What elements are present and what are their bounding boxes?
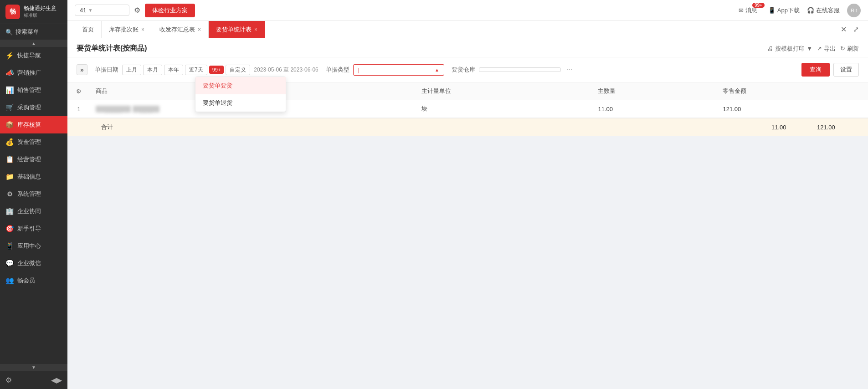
cell-index: 1 — [67, 100, 90, 118]
cell-unit: 块 — [416, 100, 592, 118]
sidebar-item-finance[interactable]: 💰 资金管理 — [0, 133, 67, 151]
type-dropdown: 要货单要货 要货单退货 — [195, 77, 286, 112]
tab-inventory-batch-close[interactable]: × — [141, 26, 144, 33]
main-content: 41 ▼ ⚙ 体验行业方案 ✉ 消息 99+ 📱 App下载 🎧 在线客服 Ri… — [67, 0, 868, 389]
print-arrow: ▼ — [806, 45, 812, 52]
export-action[interactable]: ↗ 导出 — [817, 45, 836, 53]
tab-receive-summary[interactable]: 收发存汇总表 × — [152, 21, 209, 38]
tab-order-stats-close[interactable]: × — [254, 26, 257, 33]
print-action[interactable]: 🖨 按模板打印 ▼ — [767, 45, 812, 53]
tab-close-all[interactable]: ✕ — [839, 23, 848, 36]
collapse-icon[interactable]: ◀▶ — [51, 376, 62, 384]
sidebar-item-system[interactable]: ⚙ 系统管理 — [0, 185, 67, 203]
export-icon: ↗ — [817, 45, 822, 52]
tab-fullscreen[interactable]: ⤢ — [851, 23, 861, 36]
filter-bar: » 单据日期 上月 本月 本年 近7天 99+ 自定义 2023-05-06 至… — [67, 57, 868, 82]
message-action[interactable]: ✉ 消息 99+ — [735, 6, 761, 15]
warehouse-input[interactable] — [479, 67, 561, 72]
message-icon: ✉ — [739, 7, 744, 14]
sidebar-item-quicknav[interactable]: ⚡ 快捷导航 — [0, 47, 67, 64]
dropdown-item-return[interactable]: 要货单退货 — [195, 94, 286, 112]
date-custom[interactable]: 自定义 — [226, 65, 250, 75]
tab-inventory-batch[interactable]: 库存批次账 × — [102, 21, 152, 38]
date-prev-month[interactable]: 上月 — [122, 65, 141, 75]
online-service-action[interactable]: 🎧 在线客服 — [807, 6, 840, 15]
sidebar-item-inventory[interactable]: 📦 库存核算 — [0, 116, 67, 133]
enterprise-icon: 🏢 — [5, 207, 14, 215]
cell-amount: 121.00 — [717, 100, 868, 118]
logo-text: 畅捷通好生意 标准版 — [24, 5, 56, 19]
sidebar-item-guide[interactable]: 🎯 新手引导 — [0, 220, 67, 237]
expand-icon: » — [80, 66, 84, 73]
sidebar-item-apps[interactable]: 📱 应用中心 — [0, 237, 67, 255]
table-container: ⚙ 商品 主计量单位 主数量 零售金额 1 ████ — [67, 82, 868, 118]
topbar-right: ✉ 消息 99+ 📱 App下载 🎧 在线客服 Rit — [735, 4, 861, 17]
store-selector[interactable]: 41 ▼ — [75, 5, 129, 16]
topbar-settings-icon[interactable]: ⚙ — [134, 6, 140, 15]
dropdown-item-order[interactable]: 要货单要货 — [195, 77, 286, 94]
table-settings-icon[interactable]: ⚙ — [76, 88, 82, 95]
sidebar-scroll-down[interactable]: ▼ — [0, 364, 67, 371]
query-button[interactable]: 查询 — [801, 63, 830, 77]
user-avatar[interactable]: Rit — [847, 4, 861, 17]
settings-button[interactable]: 设置 — [833, 63, 859, 77]
quicknav-icon: ⚡ — [5, 51, 14, 60]
trial-button[interactable]: 体验行业方案 — [145, 4, 195, 17]
table-header-row: ⚙ 商品 主计量单位 主数量 零售金额 — [67, 82, 868, 100]
app-download-action[interactable]: 📱 App下载 — [768, 6, 800, 15]
print-icon: 🖨 — [767, 45, 773, 52]
tabs-controls: ✕ ⤢ — [839, 23, 861, 36]
date-shortcuts: 上月 本月 本年 近7天 99+ 自定义 — [122, 65, 250, 75]
sidebar-item-enterprise[interactable]: 🏢 企业协同 — [0, 203, 67, 220]
date-7days[interactable]: 近7天 — [185, 65, 207, 75]
tabs-bar: 首页 库存批次账 × 收发存汇总表 × 要货单统计表 × ✕ ⤢ — [67, 21, 868, 38]
sidebar-item-wechat[interactable]: 💬 企业微信 — [0, 255, 67, 272]
operation-icon: 📋 — [5, 155, 14, 164]
tab-home[interactable]: 首页 — [75, 21, 102, 38]
sidebar-item-marketing[interactable]: 📣 营销推广 — [0, 64, 67, 82]
date-this-month[interactable]: 本月 — [143, 65, 162, 75]
more-filter-button[interactable]: ··· — [566, 66, 572, 74]
total-label-cell: 合计 — [96, 123, 132, 131]
sidebar-logo: 畅 畅捷通好生意 标准版 — [0, 0, 67, 24]
date-more[interactable]: 99+ — [209, 66, 224, 74]
store-selector-arrow: ▼ — [88, 8, 92, 13]
sidebar-item-basic[interactable]: 📁 基础信息 — [0, 168, 67, 185]
page-area: 要货单统计表(按商品) 🖨 按模板打印 ▼ ↗ 导出 ↻ 刷新 — [67, 38, 868, 389]
settings-icon[interactable]: ⚙ — [5, 376, 12, 384]
wechat-icon: 💬 — [5, 259, 14, 267]
tab-receive-summary-close[interactable]: × — [198, 26, 201, 33]
table-row: 1 ████ ███ 块 11.00 121.00 — [67, 100, 868, 118]
col-settings[interactable]: ⚙ — [67, 82, 90, 100]
logo-icon: 畅 — [5, 5, 20, 19]
type-label: 单据类型 — [326, 66, 349, 74]
type-filter-group: 单据类型 | ▲ — [326, 64, 444, 76]
search-icon: 🔍 — [5, 29, 13, 36]
expand-button[interactable]: » — [77, 64, 87, 75]
page-header: 要货单统计表(按商品) 🖨 按模板打印 ▼ ↗ 导出 ↻ 刷新 — [67, 38, 868, 57]
sidebar-search[interactable]: 🔍 搜索菜单 — [0, 24, 67, 40]
sidebar-item-member[interactable]: 👥 畅会员 — [0, 272, 67, 289]
type-selector[interactable]: | ▲ — [353, 64, 444, 76]
type-selected-value: | — [358, 67, 360, 73]
date-range: 2023-05-06 至 2023-06-06 — [254, 66, 318, 74]
sidebar-item-operation[interactable]: 📋 经营管理 — [0, 151, 67, 168]
page-actions: 🖨 按模板打印 ▼ ↗ 导出 ↻ 刷新 — [767, 45, 859, 53]
basic-icon: 📁 — [5, 173, 14, 181]
sidebar-scroll-up[interactable]: ▲ — [0, 40, 67, 47]
refresh-action[interactable]: ↻ 刷新 — [840, 45, 859, 53]
app-icon: 📱 — [768, 7, 776, 14]
sidebar-item-purchase[interactable]: 🛒 采购管理 — [0, 99, 67, 116]
page-title: 要货单统计表(按商品) — [77, 44, 147, 53]
refresh-icon: ↻ — [840, 45, 845, 52]
date-this-year[interactable]: 本年 — [164, 65, 183, 75]
system-icon: ⚙ — [5, 190, 14, 198]
tab-order-stats[interactable]: 要货单统计表 × — [209, 21, 265, 38]
marketing-icon: 📣 — [5, 69, 14, 77]
sales-icon: 📊 — [5, 86, 14, 94]
col-amount: 零售金额 — [717, 82, 868, 100]
cell-quantity: 11.00 — [592, 100, 717, 118]
date-filter-group: 单据日期 上月 本月 本年 近7天 99+ 自定义 2023-05-06 至 2… — [95, 65, 318, 75]
sidebar-item-sales[interactable]: 📊 销售管理 — [0, 82, 67, 99]
data-table: ⚙ 商品 主计量单位 主数量 零售金额 1 ████ — [67, 82, 868, 118]
